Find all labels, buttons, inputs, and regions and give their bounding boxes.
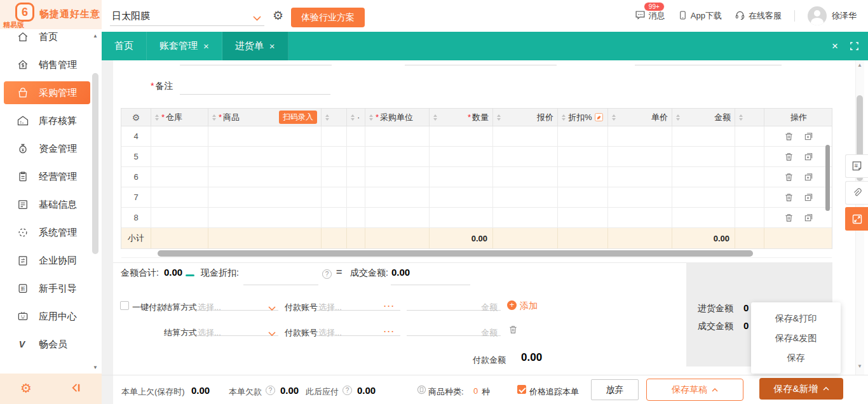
cell-purchase-unit[interactable] — [365, 126, 430, 146]
close-all-tabs-icon[interactable]: × — [832, 40, 838, 53]
delete-row-icon[interactable] — [784, 213, 794, 222]
sort-icon[interactable] — [433, 114, 437, 121]
cell-amount[interactable] — [672, 187, 735, 207]
messages-button[interactable]: 消息 99+ — [635, 10, 665, 22]
deal-amount-input[interactable] — [391, 271, 470, 285]
fullscreen-icon[interactable] — [850, 41, 859, 51]
tab-purchase-order[interactable]: 进货单× — [222, 32, 288, 60]
col-header-rownum[interactable]: ⚙ — [121, 109, 151, 126]
cell-blank3[interactable] — [735, 147, 764, 166]
cell-unit-price[interactable] — [608, 126, 672, 146]
help-icon[interactable]: ? — [342, 386, 352, 395]
col-header-qty[interactable]: *数量 — [430, 109, 493, 126]
sidebar-item-app-center[interactable]: 应用中心 — [0, 302, 102, 330]
cell-blank2[interactable] — [347, 187, 365, 207]
chevron-down-icon[interactable] — [268, 303, 276, 313]
sidebar-item-basic-info[interactable]: 基础信息 — [0, 191, 102, 219]
cell-amount[interactable] — [672, 167, 735, 187]
sort-icon[interactable] — [212, 114, 216, 121]
add-payment-label[interactable]: 添加 — [520, 300, 538, 312]
col-header-product[interactable]: *商品扫码录入 — [208, 109, 322, 126]
account-name[interactable]: 日太阳膜 — [112, 10, 150, 22]
chevron-down-icon[interactable] — [268, 328, 276, 338]
sort-icon[interactable] — [351, 114, 355, 121]
sidebar-scroll-up-icon[interactable]: ▲ — [93, 33, 98, 39]
user-menu[interactable]: 徐泽华 — [808, 6, 857, 25]
page-scroll-up-icon[interactable]: ▲ — [857, 62, 862, 68]
delete-row-icon[interactable] — [784, 192, 794, 202]
cell-quote[interactable] — [493, 167, 558, 187]
remark-input[interactable] — [180, 81, 330, 95]
sidebar-item-guide[interactable]: 新新手引导 — [0, 274, 102, 302]
cell-qty[interactable] — [430, 208, 493, 227]
cell-qty[interactable] — [430, 187, 493, 207]
cell-warehouse[interactable] — [151, 167, 208, 187]
horizontal-scrollbar[interactable] — [158, 250, 753, 257]
collapse-sidebar-icon[interactable] — [70, 382, 82, 396]
more-options-icon[interactable]: ··· — [384, 327, 395, 336]
cell-purchase-unit[interactable] — [365, 208, 430, 227]
cell-unit-price[interactable] — [608, 208, 672, 227]
cell-blank1[interactable] — [322, 208, 347, 227]
field-input-cutoff[interactable] — [180, 65, 332, 65]
col-header-discount[interactable]: 折扣% — [558, 109, 608, 126]
tab-home[interactable]: 首页 — [102, 32, 147, 60]
sidebar-item-sales[interactable]: 销售管理 — [0, 51, 102, 79]
cell-discount[interactable] — [558, 167, 608, 187]
cell-unit-price[interactable] — [608, 147, 672, 166]
tab-close-icon[interactable]: × — [269, 41, 275, 51]
sort-icon[interactable] — [155, 114, 159, 121]
cell-amount[interactable] — [672, 126, 735, 146]
col-header-purchase-unit[interactable]: *采购单位 — [365, 109, 430, 126]
cell-blank2[interactable] — [347, 208, 365, 227]
cell-qty[interactable] — [430, 167, 493, 187]
cell-unit-price[interactable] — [608, 187, 672, 207]
cell-warehouse[interactable] — [151, 126, 208, 146]
sort-icon[interactable] — [739, 114, 743, 121]
copy-row-icon[interactable] — [804, 152, 813, 161]
delete-payment-icon[interactable] — [508, 325, 518, 336]
cell-warehouse[interactable] — [151, 208, 208, 227]
cash-discount-input[interactable] — [243, 271, 318, 285]
cell-discount[interactable] — [558, 208, 608, 227]
copy-row-icon[interactable] — [804, 213, 813, 222]
cell-product[interactable] — [208, 208, 322, 227]
online-service-button[interactable]: 在线客服 — [735, 10, 782, 22]
expand-fullscreen-button[interactable] — [845, 207, 868, 231]
sidebar-item-collaboration[interactable]: 企业协同 — [0, 246, 102, 274]
sort-icon[interactable] — [369, 114, 373, 121]
cell-product[interactable] — [208, 147, 322, 166]
more-options-icon[interactable]: ··· — [384, 302, 395, 311]
tab-close-icon[interactable]: × — [203, 41, 209, 51]
cell-unit-price[interactable] — [608, 167, 672, 187]
cell-discount[interactable] — [558, 147, 608, 166]
col-header-warehouse[interactable]: *仓库 — [151, 109, 208, 126]
save-menu-item[interactable]: 保存&发图 — [751, 328, 841, 348]
sort-icon[interactable] — [562, 114, 566, 121]
cell-quote[interactable] — [493, 147, 558, 166]
cell-qty[interactable] — [430, 147, 493, 166]
settings-gear-icon[interactable]: ⚙ — [273, 8, 283, 23]
chevron-down-icon[interactable] — [253, 13, 261, 23]
save-draft-button[interactable]: 保存草稿 — [646, 379, 743, 401]
discount-edit-icon[interactable] — [595, 113, 603, 121]
delete-row-icon[interactable] — [784, 152, 794, 161]
attachment-paperclip-button[interactable] — [845, 181, 868, 205]
copy-row-icon[interactable] — [804, 192, 813, 202]
sort-icon[interactable] — [676, 114, 680, 121]
draft-notes-button[interactable]: 草 — [845, 154, 868, 178]
scan-input-button[interactable]: 扫码录入 — [279, 111, 317, 124]
save-and-new-button[interactable]: 保存&新增 — [759, 378, 843, 400]
cell-blank3[interactable] — [735, 126, 764, 146]
cell-blank1[interactable] — [322, 167, 347, 187]
cell-warehouse[interactable] — [151, 147, 208, 166]
sidebar-scrollbar[interactable] — [92, 73, 98, 254]
cell-blank3[interactable] — [735, 208, 764, 227]
cell-blank2[interactable] — [347, 126, 365, 146]
sidebar-settings-gear-icon[interactable]: ⚙ — [20, 380, 32, 396]
cell-product[interactable] — [208, 167, 322, 187]
field-input-cutoff[interactable] — [405, 65, 557, 65]
sort-icon[interactable] — [497, 114, 501, 121]
cell-quote[interactable] — [493, 187, 558, 207]
help-icon[interactable]: ? — [322, 269, 332, 279]
